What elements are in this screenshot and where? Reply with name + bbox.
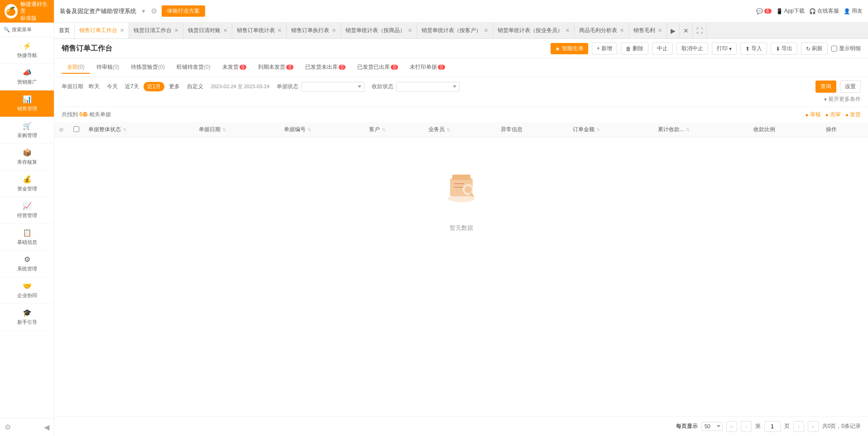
new-btn[interactable]: + 新增 bbox=[592, 43, 617, 55]
date-opt-1month[interactable]: 近1月 bbox=[144, 82, 165, 91]
sidebar-settings-icon[interactable]: ⚙ bbox=[5, 423, 11, 431]
filter-tab-unshipped[interactable]: 未发货0 bbox=[217, 62, 252, 74]
sidebar-item-basic-info[interactable]: 📋 基础信息 bbox=[0, 224, 54, 251]
tab-home[interactable]: 首页 bbox=[54, 23, 75, 38]
th-settings[interactable]: ⚙ bbox=[54, 122, 69, 137]
search-menu[interactable]: 🔍 搜索菜单 bbox=[0, 23, 54, 37]
topbar-dropdown-icon[interactable]: ▼ bbox=[141, 8, 146, 14]
filter-tab-pending-review[interactable]: 待审核(0) bbox=[91, 62, 125, 74]
filter-tab-overdue[interactable]: 到期未发货0 bbox=[253, 62, 299, 74]
user-menu-btn[interactable]: 👤 用友 bbox=[844, 7, 863, 15]
sort-amount-icon[interactable]: ⇅ bbox=[596, 127, 600, 132]
date-opt-today[interactable]: 今天 bbox=[104, 82, 120, 91]
delete-btn[interactable]: 🗑 删除 bbox=[621, 43, 648, 55]
page-size-select[interactable]: 50 10 20 100 bbox=[701, 422, 723, 431]
sidebar-item-guide[interactable]: 🎓 新手引导 bbox=[0, 304, 54, 331]
tab-close-sales-profit[interactable]: ✕ bbox=[658, 28, 662, 33]
tab-cash-daily[interactable]: 钱货日清工作台 ✕ bbox=[129, 23, 183, 38]
sort-collected-icon[interactable]: ⇅ bbox=[686, 127, 690, 132]
sidebar-item-quick-nav[interactable]: ⚡ 快捷导航 bbox=[0, 37, 54, 64]
filter-tab-all[interactable]: 全部(0) bbox=[62, 62, 90, 74]
sidebar-item-purchase[interactable]: 🛒 采购管理 bbox=[0, 117, 54, 144]
tab-close-sales-workbench[interactable]: ✕ bbox=[120, 28, 124, 33]
sidebar-item-finance[interactable]: 💰 资金管理 bbox=[0, 171, 54, 197]
column-settings-icon[interactable]: ⚙ bbox=[59, 127, 64, 133]
query-btn[interactable]: 查询 bbox=[815, 81, 836, 93]
tab-nav-maximize[interactable]: ⛶ bbox=[693, 23, 707, 38]
th-checkbox[interactable] bbox=[69, 122, 84, 137]
app-download-btn[interactable]: 📱 App下载 bbox=[776, 7, 805, 15]
sort-number-icon[interactable]: ⇅ bbox=[307, 127, 311, 132]
status-select[interactable] bbox=[301, 82, 364, 92]
prev-page-btn[interactable]: ‹ bbox=[741, 421, 752, 432]
sidebar-bottom: ⚙ ◀ bbox=[0, 418, 54, 436]
sidebar-item-system[interactable]: ⚙ 系统管理 bbox=[0, 251, 54, 277]
batch-unreview-btn[interactable]: ● 充审 bbox=[825, 111, 841, 118]
payment-select[interactable] bbox=[396, 82, 460, 92]
topbar-settings-icon[interactable]: ⚙ bbox=[151, 7, 157, 15]
tab-sales-stats[interactable]: 销售订单统计表 ✕ bbox=[232, 23, 287, 38]
last-page-btn[interactable]: » bbox=[808, 421, 819, 432]
date-opt-more[interactable]: 更多 bbox=[166, 82, 182, 91]
sidebar-item-inventory[interactable]: 📦 库存核算 bbox=[0, 144, 54, 171]
tab-nav-close-all[interactable]: ✕ bbox=[680, 23, 693, 38]
tab-sales-summary-customer[interactable]: 销货单统计表（按客户） ✕ bbox=[417, 23, 493, 38]
inventory-icon: 📦 bbox=[23, 148, 32, 157]
tab-close-sales-summary-staff[interactable]: ✕ bbox=[566, 28, 570, 33]
tab-sales-profit[interactable]: 销售毛利 ✕ bbox=[629, 23, 667, 38]
batch-ship-btn[interactable]: ● 发货 bbox=[845, 111, 861, 118]
filter-tab-pending-check[interactable]: 待拣货验货(0) bbox=[125, 62, 170, 74]
tab-close-cash-reconcile[interactable]: ✕ bbox=[223, 28, 227, 33]
online-service-btn[interactable]: 🎧 在线客服 bbox=[809, 7, 839, 15]
tab-nav-more[interactable]: ▶ bbox=[667, 23, 680, 38]
refresh-btn[interactable]: ↻ 刷新 bbox=[801, 43, 828, 55]
main-area: 装备及固定资产辅助管理系统 ▼ ⚙ 体验行业方案 💬 6 📱 App下载 🎧 在… bbox=[54, 0, 868, 436]
sort-date-icon[interactable]: ⇅ bbox=[222, 127, 226, 132]
print-btn[interactable]: 打印 ▾ bbox=[712, 43, 737, 55]
sort-status-icon[interactable]: ⇅ bbox=[123, 127, 126, 132]
smart-create-btn[interactable]: ★ 智能生单 bbox=[551, 43, 588, 54]
import-btn[interactable]: ⬆ 导入 bbox=[740, 43, 767, 55]
tab-sales-exec[interactable]: 销售订单执行表 ✕ bbox=[287, 23, 341, 38]
page-number-input[interactable] bbox=[764, 421, 781, 432]
tab-close-cash-daily[interactable]: ✕ bbox=[174, 28, 178, 33]
sidebar-item-enterprise[interactable]: 🤝 企业协同 bbox=[0, 277, 54, 304]
tab-sales-summary-staff[interactable]: 销货单统计表（按业务员） ✕ bbox=[493, 23, 575, 38]
sidebar-collapse-icon[interactable]: ◀ bbox=[44, 423, 49, 431]
settings-btn[interactable]: 设置 bbox=[840, 81, 861, 93]
tab-close-sales-summary-customer[interactable]: ✕ bbox=[484, 28, 488, 33]
date-opt-custom[interactable]: 自定义 bbox=[184, 82, 206, 91]
export-btn[interactable]: ⬇ 导出 bbox=[771, 43, 797, 55]
tab-sales-summary-product[interactable]: 销货单统计表（按商品） ✕ bbox=[341, 23, 417, 38]
filter-tab-wangpu[interactable]: 旺铺待发货(0) bbox=[171, 62, 216, 74]
industry-solution-btn[interactable]: 体验行业方案 bbox=[162, 5, 205, 17]
sidebar-item-operations[interactable]: 📈 经营管理 bbox=[0, 197, 54, 224]
date-opt-7days[interactable]: 近7天 bbox=[122, 82, 142, 91]
tab-close-sales-summary-product[interactable]: ✕ bbox=[408, 28, 412, 33]
message-btn[interactable]: 💬 6 bbox=[756, 8, 772, 14]
sort-customer-icon[interactable]: ⇅ bbox=[382, 127, 385, 132]
tab-close-sales-exec[interactable]: ✕ bbox=[332, 28, 336, 33]
page-label-before: 第 bbox=[755, 422, 761, 430]
tab-sales-workbench[interactable]: 销售订单工作台 ✕ bbox=[75, 23, 129, 38]
batch-review-btn[interactable]: ● 审核 bbox=[805, 111, 820, 118]
tab-cash-reconcile[interactable]: 钱货日清对账 ✕ bbox=[183, 23, 232, 38]
first-page-btn[interactable]: « bbox=[726, 421, 737, 432]
show-detail-checkbox[interactable] bbox=[831, 46, 837, 52]
select-all-checkbox[interactable] bbox=[73, 126, 79, 132]
cancel-stop-btn[interactable]: 取消中止 bbox=[676, 43, 708, 55]
tab-close-profit-analysis[interactable]: ✕ bbox=[620, 28, 624, 33]
filter-tab-shipped-not-warehoused[interactable]: 已发货未出库0 bbox=[300, 62, 351, 74]
expand-conditions-btn[interactable]: ▾ 展开更多条件 bbox=[824, 95, 861, 103]
sidebar-item-sales[interactable]: 📊 销售管理 bbox=[0, 90, 54, 117]
sort-staff-icon[interactable]: ⇅ bbox=[446, 127, 450, 132]
filter-tab-unprinted[interactable]: 未打印单据0 bbox=[404, 62, 451, 74]
date-opt-yesterday[interactable]: 昨天 bbox=[86, 82, 102, 91]
tab-profit-analysis[interactable]: 商品毛利分析表 ✕ bbox=[575, 23, 629, 38]
tab-close-sales-stats[interactable]: ✕ bbox=[278, 28, 282, 33]
show-detail-checkbox-label[interactable]: 显示明细 bbox=[831, 45, 861, 52]
filter-tab-shipped-warehoused[interactable]: 已发货已出库0 bbox=[352, 62, 403, 74]
next-page-btn[interactable]: › bbox=[793, 421, 804, 432]
sidebar-item-marketing[interactable]: 📣 营销推广 bbox=[0, 64, 54, 90]
stop-btn[interactable]: 中止 bbox=[652, 43, 673, 55]
